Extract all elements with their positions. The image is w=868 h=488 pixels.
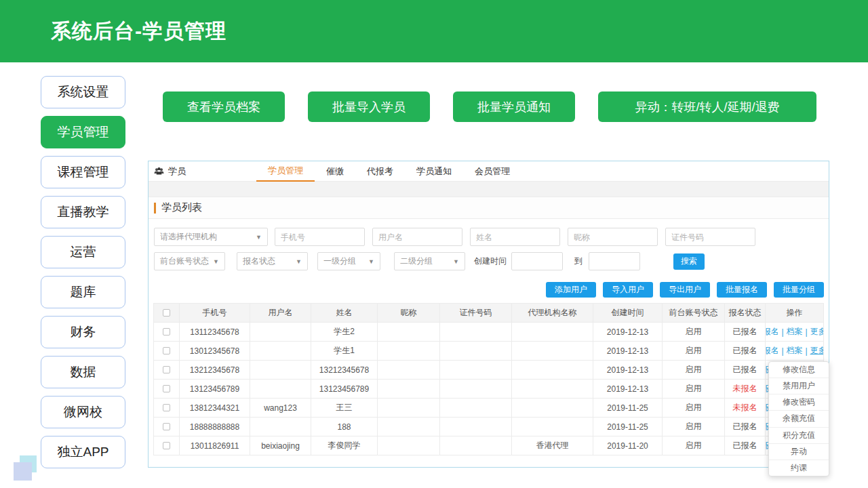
import-users-button[interactable]: 导入用户: [603, 282, 653, 298]
archive-link[interactable]: 档案: [787, 326, 803, 338]
created-time-label: 创建时间: [474, 256, 507, 267]
tab-student-notice[interactable]: 学员通知: [405, 161, 463, 182]
more-link-hovered[interactable]: 更多: [810, 345, 823, 357]
col-header-name: 姓名: [311, 304, 378, 322]
col-header-nickname: 昵称: [378, 304, 440, 322]
more-link[interactable]: 更多: [810, 326, 823, 338]
row-checkbox[interactable]: [163, 328, 170, 336]
students-table: 手机号 用户名 姓名 昵称 证件号码 代理机构名称 创建时间 前台账号状态 报名…: [153, 303, 824, 455]
sidebar-item-data[interactable]: 数据: [41, 356, 125, 388]
signup-status-select[interactable]: 报名状态 ▼: [237, 252, 308, 270]
divider-strip: [149, 182, 829, 197]
table-row: 13012345678 学生1 2019-12-13 启用 已报名 报名|档案|…: [154, 342, 823, 361]
menu-item-book-lesson[interactable]: 约课: [769, 460, 829, 476]
chevron-down-icon: ▼: [296, 258, 302, 265]
tab-exam-registration[interactable]: 代报考: [355, 161, 405, 182]
col-header-agency: 代理机构名称: [512, 304, 593, 322]
menu-item-change[interactable]: 异动: [769, 443, 829, 460]
batch-student-notify-button[interactable]: 批量学员通知: [453, 92, 575, 122]
export-users-button[interactable]: 导出用户: [660, 282, 710, 298]
view-student-archive-button[interactable]: 查看学员档案: [163, 92, 285, 122]
idcard-input[interactable]: [665, 228, 755, 246]
name-input[interactable]: [470, 228, 560, 246]
level2-group-select[interactable]: 二级分组 ▼: [394, 252, 465, 270]
row-checkbox[interactable]: [163, 423, 170, 430]
table-row: 13123456789 13123456789 2019-12-13 启用 未报…: [154, 380, 823, 399]
sidebar-item-operations[interactable]: 运营: [41, 236, 125, 268]
sidebar-item-standalone-app[interactable]: 独立APP: [41, 436, 125, 468]
sidebar-item-micro-school[interactable]: 微网校: [41, 396, 125, 428]
filter-row-2: 前台账号状态 ▼ 报名状态 ▼ 一级分组 ▼ 二级分组 ▼ 创建时间 到 搜索: [154, 252, 823, 270]
orange-accent-bar: [154, 203, 156, 214]
username-input[interactable]: [372, 228, 462, 246]
module-label: 学员: [154, 165, 186, 178]
search-button[interactable]: 搜索: [673, 253, 705, 270]
table-row: 13112345678 学生2 2019-12-13 启用 已报名 报名|档案|…: [154, 323, 823, 342]
table-row: 13011826911 beixiaojing 李俊同学 香港代理 2019-1…: [154, 436, 823, 455]
row-checkbox[interactable]: [163, 366, 170, 373]
quick-actions-row: 查看学员档案 批量导入学员 批量学员通知 异动：转班/转人/延期/退费: [163, 92, 816, 122]
students-group-icon: [154, 167, 164, 176]
sidebar-item-live-teaching[interactable]: 直播教学: [41, 196, 125, 228]
menu-item-edit-info[interactable]: 修改信息: [769, 362, 829, 378]
created-to-input[interactable]: [589, 252, 640, 270]
table-header-row: 手机号 用户名 姓名 昵称 证件号码 代理机构名称 创建时间 前台账号状态 报名…: [154, 304, 823, 323]
batch-import-students-button[interactable]: 批量导入学员: [308, 92, 430, 122]
menu-item-change-password[interactable]: 修改密码: [769, 394, 829, 410]
col-header-account-status: 前台账号状态: [663, 304, 725, 322]
phone-input[interactable]: [275, 228, 365, 246]
batch-group-button[interactable]: 批量分组: [774, 282, 824, 298]
section-title-row: 学员列表: [149, 197, 829, 219]
table-row: 13212345678 13212345678 2019-12-13 启用 已报…: [154, 361, 823, 380]
row-checkbox[interactable]: [163, 442, 170, 449]
account-status-select[interactable]: 前台账号状态 ▼: [154, 252, 225, 270]
menu-item-balance-recharge[interactable]: 余额充值: [769, 410, 829, 426]
agency-select[interactable]: 请选择代理机构 ▼: [154, 228, 268, 246]
sidebar-item-student-management[interactable]: 学员管理: [41, 116, 125, 148]
nickname-input[interactable]: [568, 228, 658, 246]
sidebar-item-question-bank[interactable]: 题库: [41, 276, 125, 308]
col-header-signup-status: 报名状态: [725, 304, 766, 322]
tab-member-management[interactable]: 会员管理: [463, 161, 521, 182]
col-header-operations: 操作: [766, 304, 823, 322]
row-checkbox[interactable]: [163, 404, 170, 411]
col-header-idcard: 证件号码: [440, 304, 512, 322]
menu-item-points-recharge[interactable]: 积分充值: [769, 427, 829, 443]
sidebar: 系统设置 学员管理 课程管理 直播教学 运营 题库 财务 数据 微网校 独立AP…: [41, 76, 125, 468]
sidebar-item-finance[interactable]: 财务: [41, 316, 125, 348]
col-header-username: 用户名: [250, 304, 311, 322]
tab-student-management[interactable]: 学员管理: [256, 161, 315, 182]
signup-link[interactable]: 报名: [766, 345, 778, 357]
level1-group-select[interactable]: 一级分组 ▼: [317, 252, 380, 270]
batch-signup-button[interactable]: 批量报名: [717, 282, 767, 298]
tab-bar: 学员 学员管理 催缴 代报考 学员通知 会员管理: [149, 161, 829, 182]
select-all-checkbox[interactable]: [163, 309, 170, 317]
signup-link[interactable]: 报名: [766, 326, 778, 338]
col-header-created: 创建时间: [593, 304, 663, 322]
col-header-phone: 手机号: [180, 304, 250, 322]
decoration-lavender-square: [14, 462, 32, 481]
row-checkbox[interactable]: [163, 347, 170, 354]
signup-status-red: 未报名: [725, 380, 766, 398]
to-label: 到: [574, 256, 583, 267]
sidebar-item-course-management[interactable]: 课程管理: [41, 156, 125, 188]
top-banner: 系统后台-学员管理: [0, 0, 868, 62]
sidebar-item-system-settings[interactable]: 系统设置: [41, 76, 125, 108]
signup-status-red: 未报名: [725, 399, 766, 417]
tabs: 学员管理 催缴 代报考 学员通知 会员管理: [256, 161, 521, 182]
table-row: 13812344321 wang123 王三 2019-11-25 启用 未报名…: [154, 399, 823, 418]
change-transfer-delay-refund-button[interactable]: 异动：转班/转人/延期/退费: [598, 92, 816, 122]
table-actions-row: 添加用户 导入用户 导出用户 批量报名 批量分组: [149, 282, 829, 298]
tab-payment-reminder[interactable]: 催缴: [315, 161, 355, 182]
table-row: 18888888888 188 2019-11-25 启用 已报名 报名|档案|…: [154, 418, 823, 436]
student-panel: 学员 学员管理 催缴 代报考 学员通知 会员管理 学员列表 请选择代理机构 ▼: [148, 161, 829, 468]
menu-item-disable-user[interactable]: 禁用用户: [769, 378, 829, 394]
chevron-down-icon: ▼: [368, 258, 374, 265]
section-title: 学员列表: [161, 201, 202, 214]
filter-row-1: 请选择代理机构 ▼: [154, 228, 823, 246]
row-checkbox[interactable]: [163, 385, 170, 392]
add-user-button[interactable]: 添加用户: [546, 282, 596, 298]
created-from-input[interactable]: [511, 252, 563, 270]
archive-link[interactable]: 档案: [787, 345, 803, 357]
chevron-down-icon: ▼: [453, 258, 459, 265]
